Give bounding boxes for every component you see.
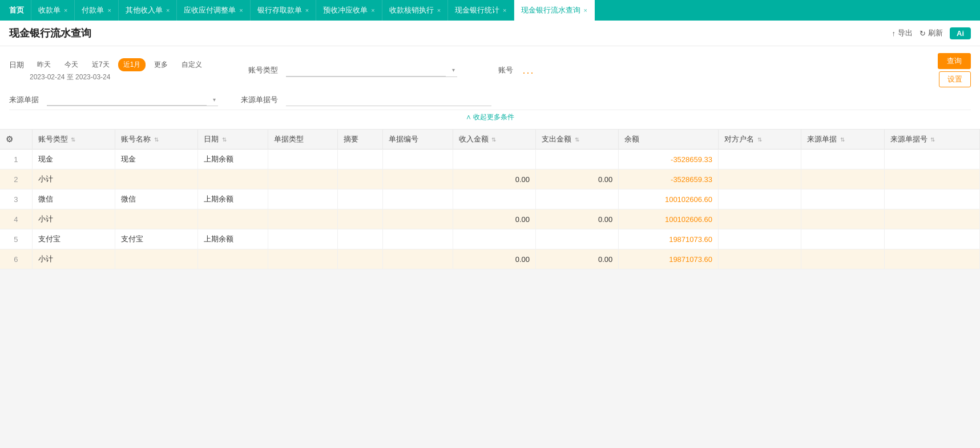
cell-sourceDoc — [801, 150, 884, 169]
right-actions: 查询 设置 — [938, 53, 971, 87]
col-header-counterpart[interactable]: 对方户名 ⇅ — [719, 130, 801, 150]
cell-acctType: 小计 — [32, 249, 115, 269]
cell-acctName — [115, 209, 198, 229]
export-button[interactable]: ↑ 导出 — [892, 28, 913, 38]
cell-docNo — [383, 150, 453, 169]
sort-icon-income: ⇅ — [491, 136, 496, 143]
sort-icon-acctType: ⇅ — [71, 136, 75, 143]
nav-close-receipt[interactable]: × — [64, 7, 67, 14]
nav-item-writeoff[interactable]: 收款核销执行× — [382, 0, 448, 21]
sort-icon-date: ⇅ — [222, 136, 227, 143]
date-range: 2023-02-24 至 2023-03-24 — [30, 73, 110, 81]
date-btn-today[interactable]: 今天 — [59, 58, 83, 71]
collapse-bar[interactable]: ∧ 收起更多条件 — [9, 110, 971, 124]
col-header-income[interactable]: 收入金额 ⇅ — [453, 130, 535, 150]
cell-acctName: 支付宝 — [115, 229, 198, 249]
cell-expense: 0.00 — [535, 249, 618, 269]
nav-item-other-income[interactable]: 其他收入单× — [119, 0, 177, 21]
cell-summary — [338, 189, 383, 209]
cell-docNo — [383, 209, 453, 229]
table-body: 1现金现金上期余额-3528659.332小计0.000.00-3528659.… — [0, 150, 980, 269]
cell-balance: -3528659.33 — [619, 169, 719, 189]
cell-counterpart — [719, 169, 801, 189]
col-header-acctName[interactable]: 账号名称 ⇅ — [115, 130, 198, 150]
col-header-date[interactable]: 日期 ⇅ — [198, 130, 268, 150]
table-row: 1现金现金上期余额-3528659.33 — [0, 150, 980, 169]
cell-date: 上期余额 — [198, 229, 268, 249]
source-doc-select[interactable] — [47, 93, 207, 106]
acct-type-select[interactable] — [286, 64, 446, 76]
cell-acctName — [115, 169, 198, 189]
date-btn-7days[interactable]: 近7天 — [87, 58, 115, 71]
settings-button[interactable]: 设置 — [939, 71, 971, 87]
header-actions: ↑ 导出 ↻ 刷新 Ai — [892, 27, 971, 39]
data-table: ⚙账号类型 ⇅账号名称 ⇅日期 ⇅单据类型摘要单据编号收入金额 ⇅支出金额 ⇅余… — [0, 130, 980, 269]
nav-close-prepay[interactable]: × — [371, 7, 374, 14]
nav-item-cash-stats[interactable]: 现金银行统计× — [448, 0, 514, 21]
table-row: 2小计0.000.00-3528659.33 — [0, 169, 980, 189]
cell-date — [198, 169, 268, 189]
date-btn-yesterday[interactable]: 昨天 — [32, 58, 56, 71]
cell-balance: 100102606.60 — [619, 189, 719, 209]
nav-close-payment[interactable]: × — [107, 7, 111, 14]
cell-summary — [338, 229, 383, 249]
nav-item-prepay[interactable]: 预收冲应收单× — [316, 0, 382, 21]
cell-docType — [268, 209, 337, 229]
cell-expense: 0.00 — [535, 169, 618, 189]
cell-sourceDoc — [801, 249, 884, 269]
nav-close-cash-flow[interactable]: × — [584, 7, 587, 14]
nav-item-cash-flow[interactable]: 现金银行流水查询× — [514, 0, 595, 21]
filter-source-doc: 来源单据 ▾ — [9, 93, 218, 106]
cell-acctType: 小计 — [32, 209, 115, 229]
col-header-sourceDocNo[interactable]: 来源单据号 ⇅ — [884, 130, 979, 150]
refresh-button[interactable]: ↻ 刷新 — [919, 28, 943, 38]
nav-item-payment[interactable]: 付款单× — [75, 0, 118, 21]
cell-docNo — [383, 249, 453, 269]
nav-close-other-income[interactable]: × — [166, 7, 170, 14]
col-header-expense[interactable]: 支出金额 ⇅ — [535, 130, 618, 150]
cell-docType — [268, 189, 337, 209]
col-header-sourceDoc[interactable]: 来源单据 ⇅ — [801, 130, 884, 150]
filter-acct-type: 账号类型 ▾ — [248, 64, 457, 77]
source-doc-no-input[interactable] — [286, 94, 491, 106]
gear-icon[interactable]: ⚙ — [6, 134, 13, 144]
cell-docType — [268, 249, 337, 269]
nav-item-bank-deposit[interactable]: 银行存取款单× — [251, 0, 316, 21]
sort-icon-sourceDoc: ⇅ — [840, 136, 845, 143]
nav-item-receipt[interactable]: 收款单× — [31, 0, 75, 21]
cell-counterpart — [719, 229, 801, 249]
date-btn-1month[interactable]: 近1月 — [118, 58, 146, 71]
table-container: ⚙账号类型 ⇅账号名称 ⇅日期 ⇅单据类型摘要单据编号收入金额 ⇅支出金额 ⇅余… — [0, 130, 980, 269]
nav-item-home[interactable]: 首页 — [2, 0, 31, 21]
table-row: 5支付宝支付宝上期余额19871073.60 — [0, 229, 980, 249]
acct-type-arrow-icon: ▾ — [452, 67, 455, 73]
nav-item-adjustment[interactable]: 应收应付调整单× — [177, 0, 250, 21]
query-button[interactable]: 查询 — [938, 53, 971, 69]
cell-sourceDoc — [801, 189, 884, 209]
cell-summary — [338, 150, 383, 169]
ai-button[interactable]: Ai — [950, 27, 971, 39]
date-btn-custom[interactable]: 自定义 — [176, 58, 207, 71]
acct-type-select-wrapper[interactable]: ▾ — [286, 64, 457, 77]
cell-balance: 100102606.60 — [619, 209, 719, 229]
table-row: 4小计0.000.00100102606.60 — [0, 209, 980, 229]
nav-close-adjustment[interactable]: × — [239, 7, 243, 14]
cell-acctType: 支付宝 — [32, 229, 115, 249]
nav-close-cash-stats[interactable]: × — [503, 7, 506, 14]
cell-income — [453, 150, 535, 169]
sort-icon-sourceDocNo: ⇅ — [930, 136, 935, 143]
source-doc-arrow-icon: ▾ — [213, 96, 216, 103]
cell-num: 6 — [0, 249, 32, 269]
nav-close-bank-deposit[interactable]: × — [305, 7, 309, 14]
date-btn-more[interactable]: 更多 — [149, 58, 173, 71]
col-header-docNo: 单据编号 — [383, 130, 453, 150]
nav-close-writeoff[interactable]: × — [437, 7, 441, 14]
source-doc-select-wrapper[interactable]: ▾ — [47, 93, 218, 106]
col-header-acctType[interactable]: 账号类型 ⇅ — [32, 130, 115, 150]
page-header: 现金银行流水查询 ↑ 导出 ↻ 刷新 Ai — [0, 21, 980, 46]
cell-balance: 19871073.60 — [619, 229, 719, 249]
acct-dots[interactable]: ... — [522, 64, 919, 76]
cell-acctName: 现金 — [115, 150, 198, 169]
filter-acct-no: 账号 ... — [498, 64, 919, 76]
cell-date — [198, 249, 268, 269]
